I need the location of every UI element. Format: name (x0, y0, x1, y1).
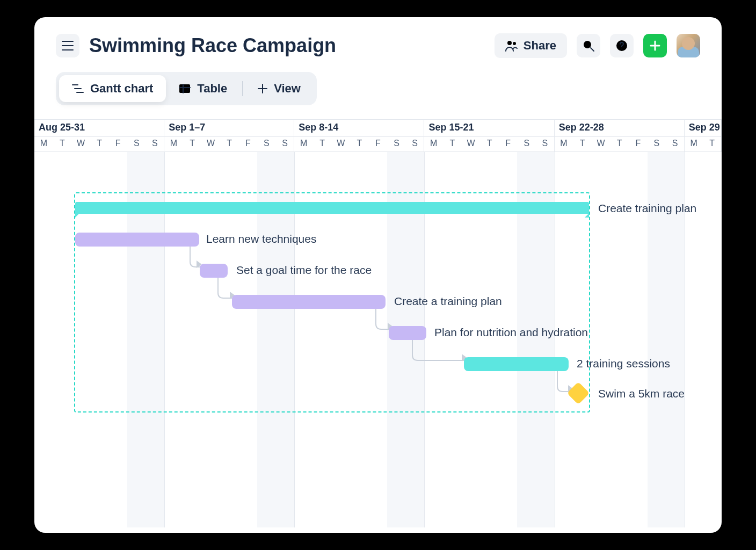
day-cell: W (201, 137, 220, 151)
day-cell: S (517, 137, 536, 151)
day-cell: T (573, 137, 592, 151)
day-cell: M (164, 137, 183, 151)
day-cell: T (350, 137, 369, 151)
add-button[interactable] (643, 34, 667, 57)
tab-divider (242, 81, 243, 96)
tab-gantt-label: Gantt chart (90, 82, 153, 96)
share-button[interactable]: Share (495, 33, 567, 58)
week-header: Sep 1–7 (164, 120, 294, 136)
day-cell: T (53, 137, 72, 151)
day-cell: T (313, 137, 332, 151)
day-cell: M (294, 137, 313, 151)
svg-point-4 (622, 49, 622, 49)
day-cell: W (462, 137, 481, 151)
day-cell: T (610, 137, 629, 151)
people-icon (505, 40, 518, 52)
phase-bar[interactable] (75, 202, 589, 214)
day-cell: T (220, 137, 239, 151)
day-cell: M (685, 137, 703, 151)
day-cell: S (648, 137, 666, 151)
help-button[interactable] (610, 34, 634, 57)
week-header: Sep 8-14 (294, 120, 424, 136)
gantt-icon (72, 83, 84, 94)
phase-label: Create training plan (598, 202, 696, 215)
day-cell: F (108, 137, 127, 151)
plus-icon (258, 84, 267, 93)
week-header: Sep 29 (685, 120, 722, 136)
tab-add-view[interactable]: View (245, 75, 314, 102)
day-cell: S (146, 137, 165, 151)
svg-point-1 (513, 42, 516, 45)
day-cell: S (406, 137, 425, 151)
day-cell: M (424, 137, 443, 151)
task-bar-sessions[interactable] (464, 357, 569, 371)
day-cell: T (480, 137, 499, 151)
help-icon (615, 39, 628, 52)
svg-point-0 (507, 41, 512, 45)
day-cell: S (387, 137, 406, 151)
task-label: Learn new techniques (206, 233, 316, 245)
task-bar-plan[interactable] (232, 295, 386, 309)
week-header: Aug 25-31 (34, 120, 164, 136)
day-cell: S (127, 137, 146, 151)
day-cell: W (332, 137, 351, 151)
tab-gantt[interactable]: Gantt chart (59, 75, 166, 102)
task-label: Swim a 5km race (598, 387, 685, 400)
day-cell: M (34, 137, 53, 151)
avatar[interactable] (677, 34, 700, 57)
menu-icon (62, 41, 74, 50)
day-cell: S (276, 137, 295, 151)
task-bar-nutrition[interactable] (389, 326, 426, 340)
task-bar-learn[interactable] (75, 233, 199, 247)
header: Swimming Race Campaign Share (34, 17, 722, 58)
task-label: Create a training plan (394, 295, 502, 308)
connector (407, 340, 471, 367)
day-cell: T (90, 137, 109, 151)
day-cell: W (71, 137, 90, 151)
day-cell: S (257, 137, 276, 151)
day-cell: F (629, 137, 648, 151)
search-button[interactable] (577, 34, 600, 57)
tab-table[interactable]: Table (166, 75, 240, 102)
svg-rect-5 (179, 84, 190, 93)
search-icon (583, 40, 594, 52)
tab-table-label: Table (197, 82, 227, 96)
task-label: Plan for nutrition and hydration (434, 326, 588, 339)
day-cell: T (183, 137, 202, 151)
day-cell: T (443, 137, 462, 151)
plus-icon (650, 40, 660, 51)
view-tabs: Gantt chart Table View (56, 72, 317, 105)
day-cell: S (666, 137, 685, 151)
task-label: 2 training sessions (577, 357, 670, 370)
app-window: Swimming Race Campaign Share Gantt chart (34, 17, 722, 533)
day-cell: F (499, 137, 518, 151)
page-title: Swimming Race Campaign (89, 34, 336, 57)
timeline[interactable]: Aug 25-31Sep 1–7Sep 8-14Sep 15-21Sep 22-… (34, 119, 722, 527)
week-headers: Aug 25-31Sep 1–7Sep 8-14Sep 15-21Sep 22-… (34, 120, 722, 137)
day-row: MTWTFSSMTWTFSSMTWTFSSMTWTFSSMTWTFSSMT (34, 137, 722, 152)
day-cell: M (555, 137, 573, 151)
main-menu-button[interactable] (56, 34, 79, 57)
day-cell: W (592, 137, 610, 151)
task-bar-goal[interactable] (200, 264, 228, 278)
tab-view-label: View (274, 82, 301, 96)
day-cell: T (703, 137, 722, 151)
table-icon (179, 84, 191, 93)
svg-point-2 (584, 41, 591, 48)
day-cell: S (536, 137, 555, 151)
gantt-area: Create training plan Learn new technique… (34, 152, 722, 527)
week-header: Sep 15-21 (424, 120, 554, 136)
day-cell: F (369, 137, 388, 151)
task-label: Set a goal time for the race (236, 264, 372, 277)
week-header: Sep 22-28 (555, 120, 685, 136)
day-cell: F (239, 137, 258, 151)
share-label: Share (524, 39, 556, 53)
